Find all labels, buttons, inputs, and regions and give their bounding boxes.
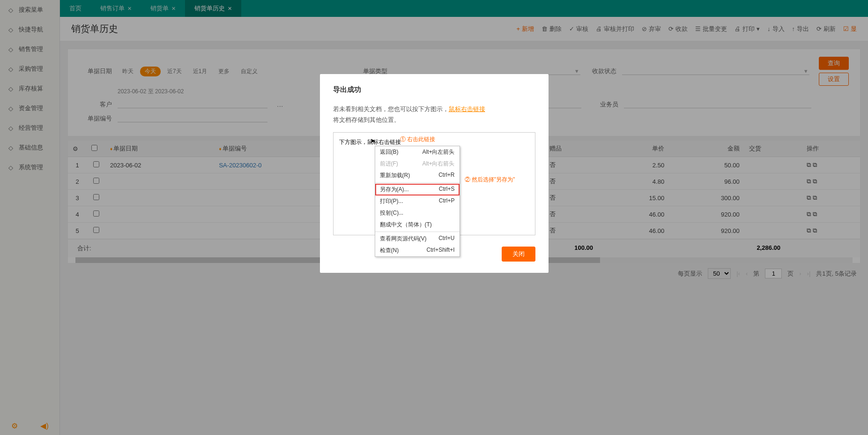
annotation-2: ② 然后选择"另存为": [465, 176, 515, 184]
ctx-item-5: 投射(C)...: [375, 207, 460, 219]
modal-rightclick-link[interactable]: 鼠标右击链接: [449, 105, 485, 112]
demo-prefix: 下方图示，: [339, 139, 367, 145]
ctx-item-7: 查看网页源代码(V)Ctrl+U: [375, 233, 460, 245]
ctx-key: Ctrl+U: [438, 235, 454, 243]
demo-box: 下方图示，鼠标右击链接 ➤ ① 右击此链接 返回(B)Alt+向左箭头前进(F)…: [333, 132, 535, 235]
ctx-label: 重新加载(R): [380, 172, 410, 180]
modal-overlay: 导出成功 若未看到相关文档，您也可以按下方图示，鼠标右击链接 将文档存储到其他位…: [0, 0, 868, 435]
ctx-item-4: 打印(P)...Ctrl+P: [375, 195, 460, 207]
ctx-label: 返回(B): [380, 148, 399, 156]
ctx-key: Ctrl+P: [439, 197, 455, 205]
ctx-item-0: 返回(B)Alt+向左箭头: [375, 146, 460, 158]
ctx-key: Ctrl+R: [438, 172, 454, 180]
ctx-label: 打印(P)...: [380, 197, 403, 205]
ctx-label: 查看网页源代码(V): [380, 235, 427, 243]
annotation-1: ① 右击此链接: [400, 135, 435, 143]
ctx-item-8: 检查(N)Ctrl+Shift+I: [375, 245, 460, 256]
modal-close-button[interactable]: 关闭: [502, 247, 535, 262]
ctx-item-2: 重新加载(R)Ctrl+R: [375, 170, 460, 181]
ctx-item-1: 前进(F)Alt+向右箭头: [375, 158, 460, 170]
ctx-key: Ctrl+Shift+I: [426, 247, 454, 255]
context-menu-demo: 返回(B)Alt+向左箭头前进(F)Alt+向右箭头重新加载(R)Ctrl+R另…: [375, 146, 460, 257]
ctx-key: Ctrl+S: [439, 186, 455, 194]
modal-title: 导出成功: [333, 85, 535, 94]
export-success-modal: 导出成功 若未看到相关文档，您也可以按下方图示，鼠标右击链接 将文档存储到其他位…: [320, 74, 549, 273]
ctx-key: Alt+向右箭头: [422, 160, 454, 168]
ctx-item-6: 翻成中文（简体）(T): [375, 219, 460, 231]
ctx-label: 检查(N): [380, 247, 399, 255]
cursor-icon: ➤: [370, 137, 376, 144]
ctx-item-3: 另存为(A)...Ctrl+S: [375, 184, 460, 195]
ctx-label: 前进(F): [380, 160, 398, 168]
modal-text: 若未看到相关文档，您也可以按下方图示，鼠标右击链接 将文档存储到其他位置。: [333, 104, 535, 126]
ctx-key: Alt+向左箭头: [422, 148, 454, 156]
ctx-label: 翻成中文（简体）(T): [380, 221, 432, 229]
ctx-label: 另存为(A)...: [380, 186, 409, 194]
ctx-label: 投射(C)...: [380, 209, 404, 217]
modal-line1a: 若未看到相关文档，您也可以按下方图示，: [333, 105, 449, 112]
modal-line2: 将文档存储到其他位置。: [333, 116, 400, 123]
